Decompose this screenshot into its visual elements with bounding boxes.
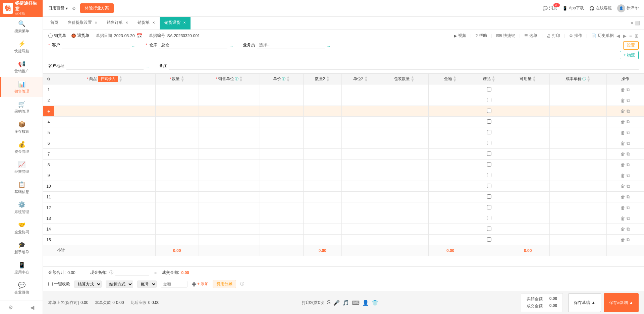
table-cell-amount-5[interactable] [429, 127, 472, 138]
table-cell-unit2-5[interactable] [341, 127, 380, 138]
one-click-label[interactable]: 一键收款 [48, 281, 70, 287]
sidebar-item-quicknav[interactable]: ⚡ 快捷导航 [0, 37, 43, 57]
table-cell-qty-9[interactable] [155, 170, 199, 181]
delete-row-btn-8[interactable]: 🗑 [621, 162, 625, 168]
copy-row-btn-14[interactable]: ⧉ [627, 226, 630, 232]
table-cell-unit2-2[interactable] [341, 95, 380, 106]
table-cell-cost-6[interactable] [549, 138, 606, 149]
table-cell-unit-3[interactable] [199, 106, 260, 117]
table-cell-amount-4[interactable] [429, 117, 472, 127]
table-cell-product-14[interactable] [54, 224, 156, 235]
remark-input[interactable] [169, 62, 639, 70]
history-btn[interactable]: 📄 历史单据 [591, 33, 614, 39]
table-cell-price-1[interactable] [260, 84, 303, 95]
table-cell-cost-14[interactable] [549, 224, 606, 235]
experience-btn[interactable]: 体验行业方案 [80, 3, 114, 13]
cost-info-icon[interactable]: ⓘ [582, 76, 586, 81]
table-cell-unit-5[interactable] [199, 127, 260, 138]
tab-close-sale-goods[interactable]: ✕ [152, 21, 155, 24]
view-toggle-list[interactable]: ≡ [629, 33, 632, 39]
delete-row-btn-14[interactable]: 🗑 [621, 226, 625, 232]
logistics-btn[interactable]: + 物流 [620, 51, 639, 59]
gear-icon[interactable]: ⚙ [47, 77, 51, 81]
table-cell-unit-14[interactable] [199, 224, 260, 235]
copy-row-btn-7[interactable]: ⧉ [627, 151, 630, 157]
table-cell-price-5[interactable] [260, 127, 303, 138]
table-cell-packqty-2[interactable] [380, 95, 429, 106]
delete-row-btn-1[interactable]: 🗑 [621, 87, 625, 92]
table-cell-qty2-15[interactable] [303, 235, 341, 245]
table-cell-gift-7[interactable] [472, 149, 506, 160]
gift-checkbox-5[interactable] [487, 130, 491, 134]
table-cell-unit2-10[interactable] [341, 181, 380, 192]
sidebar-collapse-icon[interactable]: ◀ [30, 304, 34, 311]
copy-row-btn-6[interactable]: ⧉ [627, 140, 630, 146]
account-select[interactable]: 结算方式 [106, 280, 133, 288]
delete-row-btn-6[interactable]: 🗑 [621, 140, 625, 146]
table-cell-qty2-8[interactable] [303, 160, 341, 170]
table-cell-packqty-10[interactable] [380, 181, 429, 192]
sidebar-item-purchase[interactable]: 🛒 采购管理 [0, 97, 43, 117]
table-cell-qty2-1[interactable] [303, 84, 341, 95]
sidebar-item-inventory[interactable]: 📦 库存核算 [0, 117, 43, 137]
table-cell-cost-1[interactable] [549, 84, 606, 95]
table-cell-packqty-9[interactable] [380, 170, 429, 181]
salesman-input[interactable] [257, 41, 325, 49]
delete-row-btn-10[interactable]: 🗑 [621, 183, 625, 189]
delete-row-btn-9[interactable]: 🗑 [621, 173, 625, 178]
copy-row-btn-1[interactable]: ⧉ [627, 87, 630, 92]
customer-input[interactable] [62, 41, 130, 49]
table-cell-price-12[interactable] [260, 202, 303, 213]
product-input-new[interactable] [56, 109, 153, 114]
unit-info-icon[interactable]: ⓘ [235, 76, 238, 81]
tab-maximize-icon[interactable]: ⬜ [635, 21, 640, 25]
delete-row-btn-7[interactable]: 🗑 [621, 151, 625, 157]
table-cell-gift-13[interactable] [472, 213, 506, 224]
table-cell-qty2-12[interactable] [303, 202, 341, 213]
table-cell-qty-13[interactable] [155, 213, 199, 224]
help-btn[interactable]: ? 帮助 [476, 33, 487, 39]
table-cell-product-3[interactable] [54, 106, 156, 117]
table-cell-price-11[interactable] [260, 192, 303, 202]
table-cell-amount-15[interactable] [429, 235, 472, 245]
table-cell-price-7[interactable] [260, 149, 303, 160]
table-cell-gift-6[interactable] [472, 138, 506, 149]
table-cell-gift-14[interactable] [472, 224, 506, 235]
table-cell-unit-11[interactable] [199, 192, 260, 202]
table-cell-cost-5[interactable] [549, 127, 606, 138]
table-cell-unit2-1[interactable] [341, 84, 380, 95]
table-cell-gift-4[interactable] [472, 117, 506, 127]
topbar-gear-icon[interactable]: ⚙ [72, 6, 76, 11]
table-cell-gift-10[interactable] [472, 181, 506, 192]
gift-checkbox-2[interactable] [487, 98, 491, 102]
online-service-btn[interactable]: 🎧 在线客服 [589, 5, 612, 11]
user-profile-btn[interactable]: 👤 徐泽华 [617, 4, 639, 12]
sidebar-item-search[interactable]: 🔍 搜索菜单 [0, 17, 43, 37]
table-cell-qty-5[interactable] [155, 127, 199, 138]
table-cell-product-11[interactable] [54, 192, 156, 202]
table-cell-packqty-12[interactable] [380, 202, 429, 213]
table-cell-available-2[interactable] [506, 95, 549, 106]
table-cell-gift-11[interactable] [472, 192, 506, 202]
sidebar-item-marketing[interactable]: 📢 营销推广 [0, 57, 43, 77]
table-cell-qty-12[interactable] [155, 202, 199, 213]
date-picker-btn[interactable]: 📅 [137, 33, 142, 39]
table-cell-packqty-3[interactable] [380, 106, 429, 117]
copy-row-btn-12[interactable]: ⧉ [627, 205, 630, 210]
delete-row-btn-4[interactable]: 🗑 [621, 119, 625, 125]
table-cell-unit2-13[interactable] [341, 213, 380, 224]
tab-sale-return[interactable]: 销货退货 ✕ [160, 17, 191, 29]
table-cell-unit-2[interactable] [199, 95, 260, 106]
copy-row-btn-15[interactable]: ⧉ [627, 237, 630, 243]
table-cell-qty-7[interactable] [155, 149, 199, 160]
radio-sale-goods[interactable]: 销货单 [48, 33, 66, 39]
table-cell-amount-10[interactable] [429, 181, 472, 192]
print-btn[interactable]: 🖨 打印 [547, 33, 560, 39]
table-cell-qty2-14[interactable] [303, 224, 341, 235]
message-btn[interactable]: 💬 70 消息 [543, 5, 557, 11]
table-cell-unit2-7[interactable] [341, 149, 380, 160]
table-cell-qty2-4[interactable] [303, 117, 341, 127]
table-cell-price-3[interactable] [260, 106, 303, 117]
table-cell-unit-10[interactable] [199, 181, 260, 192]
customer-lookup-btn[interactable]: ... [132, 43, 136, 48]
